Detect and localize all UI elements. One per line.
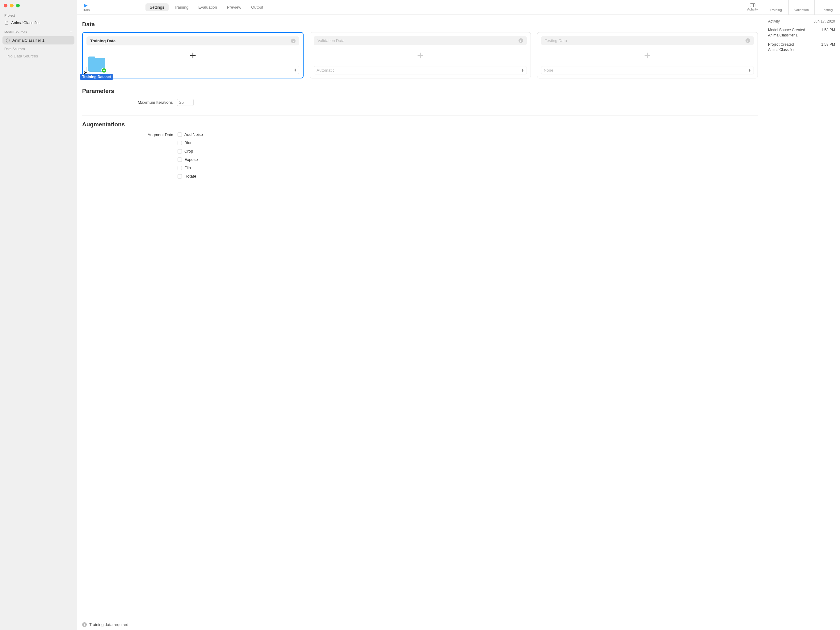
testing-data-select[interactable]: None ▲▼ xyxy=(541,66,754,74)
validation-data-title: Validation Data xyxy=(317,38,344,43)
close-window-button[interactable] xyxy=(4,4,8,8)
option-label: Add Noise xyxy=(185,132,203,137)
chevron-updown-icon: ▲▼ xyxy=(748,69,751,72)
info-icon: i xyxy=(82,622,87,627)
data-sources-header: Data Sources xyxy=(0,44,77,52)
validation-data-card[interactable]: Validation Data + Automatic ▲▼ xyxy=(310,32,531,79)
drag-folder-overlay: + Training Dataset ➤ xyxy=(80,58,113,80)
testing-data-select-value: None xyxy=(544,68,553,73)
add-model-source-button[interactable]: + xyxy=(70,29,73,35)
training-data-dropzone[interactable]: + xyxy=(189,49,196,62)
train-label: Train xyxy=(82,8,90,12)
augmentations-row: Augment Data Add Noise Blur Crop Expose … xyxy=(148,132,758,178)
toolbar: ▶ Train Settings Training Evaluation Pre… xyxy=(77,0,763,15)
activity-header-date: Jun 17, 2020 xyxy=(814,19,835,24)
project-name: AnimalClassifier xyxy=(11,21,40,25)
augment-option-rotate[interactable]: Rotate xyxy=(178,174,203,178)
play-icon: ▶ xyxy=(84,3,88,8)
activity-entry-subtitle: AnimalClassifier 1 xyxy=(768,33,835,37)
document-icon xyxy=(4,21,9,25)
data-sources-label: Data Sources xyxy=(4,47,25,51)
max-iterations-row: Maximum Iterations xyxy=(138,99,758,106)
activity-log-header: Activity Jun 17, 2020 xyxy=(763,15,840,27)
folder-icon: + xyxy=(88,58,105,72)
main-area: ▶ Train Settings Training Evaluation Pre… xyxy=(77,0,763,630)
testing-data-header: Testing Data xyxy=(541,36,754,45)
checkbox[interactable] xyxy=(178,158,182,162)
chevron-updown-icon: ▲▼ xyxy=(521,69,524,72)
main-tabs: Settings Training Evaluation Preview Out… xyxy=(145,3,267,11)
tab-training[interactable]: Training xyxy=(170,3,193,11)
testing-data-detail-button[interactable] xyxy=(745,38,750,43)
activity-toggle-button[interactable]: Activity xyxy=(747,3,758,11)
sidebar-item-project[interactable]: AnimalClassifier xyxy=(0,19,77,27)
cube-icon xyxy=(6,38,10,43)
validation-data-select-value: Automatic xyxy=(317,68,335,73)
testing-metric-value: – xyxy=(826,3,829,8)
validation-data-dropzone[interactable]: + xyxy=(417,49,423,62)
checkbox[interactable] xyxy=(178,174,182,178)
add-badge-icon: + xyxy=(101,68,107,73)
testing-data-card[interactable]: Testing Data + None ▲▼ xyxy=(537,32,758,79)
activity-entry-title: Project Created xyxy=(768,42,794,47)
augment-data-label: Augment Data xyxy=(148,132,173,137)
minimize-window-button[interactable] xyxy=(10,4,14,8)
validation-data-select[interactable]: Automatic ▲▼ xyxy=(314,66,527,74)
no-data-sources-label: No Data Sources xyxy=(0,52,77,60)
checkbox[interactable] xyxy=(178,149,182,153)
activity-header-label: Activity xyxy=(768,19,780,24)
sidebar-item-model-source[interactable]: AnimalClassifier 1 xyxy=(3,36,74,44)
activity-entry-project-created: Project Created 1:58 PM AnimalClassifier xyxy=(763,41,840,55)
max-iterations-input[interactable] xyxy=(177,99,194,106)
augment-option-blur[interactable]: Blur xyxy=(178,141,203,145)
testing-data-dropzone[interactable]: + xyxy=(644,49,651,62)
activity-tab-training[interactable]: – Training xyxy=(763,0,789,14)
training-data-select[interactable]: Choose ▲▼ xyxy=(87,66,299,74)
tab-output[interactable]: Output xyxy=(247,3,267,11)
validation-metric-label: Validation xyxy=(794,8,809,12)
training-data-detail-button[interactable] xyxy=(291,39,295,43)
chevron-updown-icon: ▲▼ xyxy=(294,69,297,72)
checkbox[interactable] xyxy=(178,133,182,137)
activity-metric-tabs: – Training – Validation – Testing xyxy=(763,0,840,15)
fullscreen-window-button[interactable] xyxy=(16,4,20,8)
activity-tab-validation[interactable]: – Validation xyxy=(789,0,815,14)
max-iterations-label: Maximum Iterations xyxy=(138,100,173,105)
tab-preview[interactable]: Preview xyxy=(223,3,246,11)
validation-metric-value: – xyxy=(801,3,803,8)
testing-data-title: Testing Data xyxy=(545,38,567,43)
activity-entry-title: Model Source Created xyxy=(768,28,805,32)
option-label: Expose xyxy=(185,157,197,162)
panel-icon xyxy=(750,3,755,7)
parameters-section-title: Parameters xyxy=(82,88,758,95)
training-data-card[interactable]: + Training Dataset ➤ Training Data + Cho… xyxy=(82,32,303,79)
testing-metric-label: Testing xyxy=(822,8,832,12)
train-button[interactable]: ▶ Train xyxy=(82,3,90,12)
training-data-header: Training Data xyxy=(87,36,299,46)
checkbox[interactable] xyxy=(178,141,182,145)
augment-option-crop[interactable]: Crop xyxy=(178,149,203,153)
augment-option-add-noise[interactable]: Add Noise xyxy=(178,132,203,137)
model-sources-header: Model Sources + xyxy=(0,27,77,36)
window-controls xyxy=(0,0,77,11)
augment-option-flip[interactable]: Flip xyxy=(178,166,203,170)
training-metric-value: – xyxy=(775,3,777,8)
model-sources-label: Model Sources xyxy=(4,30,27,34)
activity-entry-time: 1:58 PM xyxy=(821,42,835,47)
tab-evaluation[interactable]: Evaluation xyxy=(194,3,221,11)
plus-icon: + xyxy=(644,49,651,62)
status-message: Training data required xyxy=(89,622,128,627)
activity-tab-testing[interactable]: – Testing xyxy=(815,0,840,14)
data-cards-row: + Training Dataset ➤ Training Data + Cho… xyxy=(82,32,758,79)
checkbox[interactable] xyxy=(178,166,182,170)
augment-option-expose[interactable]: Expose xyxy=(178,157,203,162)
augment-options: Add Noise Blur Crop Expose Flip Rotate xyxy=(178,132,203,178)
augmentations-section-title: Augmentations xyxy=(82,121,758,128)
option-label: Flip xyxy=(185,166,191,170)
project-header-label: Project xyxy=(4,14,15,17)
data-section-title: Data xyxy=(82,21,758,28)
validation-data-detail-button[interactable] xyxy=(518,38,523,43)
training-data-title: Training Data xyxy=(90,39,115,43)
activity-toggle-label: Activity xyxy=(747,8,758,11)
tab-settings[interactable]: Settings xyxy=(145,3,169,11)
